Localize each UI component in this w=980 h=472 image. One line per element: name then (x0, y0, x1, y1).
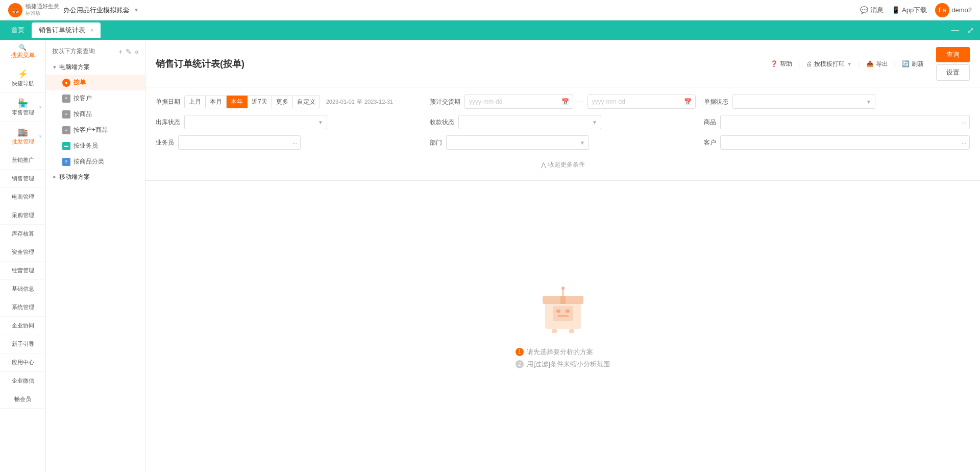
sidebar-item-marketing[interactable]: 营销推广 (0, 151, 45, 170)
message-icon: 💬 (860, 6, 868, 14)
shortcut-label: 快捷导航 (0, 80, 45, 87)
svg-point-8 (561, 287, 565, 290)
appstore-label: 应用中心 (0, 359, 45, 366)
svg-rect-6 (557, 315, 569, 317)
collapse-panel-icon[interactable]: « (135, 48, 139, 56)
scheme-item-by-product-cat[interactable]: ≡ 按商品分类 (46, 154, 145, 170)
tab-close-icon[interactable]: × (90, 27, 93, 33)
order-status-select[interactable] (732, 95, 875, 109)
date-btn-custom[interactable]: 自定义 (293, 96, 320, 108)
scheme-group-desktop-header[interactable]: ▼ 电脑端方案 (46, 60, 145, 75)
date-btn-7days[interactable]: 近7天 (248, 96, 272, 108)
customer-label: 客户 (704, 138, 716, 147)
member-label: 畅会员 (0, 395, 45, 403)
tab-home[interactable]: 首页 (4, 22, 32, 38)
user-info[interactable]: Ea demo2 (935, 3, 972, 17)
tab-maximize-icon[interactable]: ⤢ (965, 23, 976, 37)
sidebar-item-retail[interactable]: 🏪 零售管理 (0, 93, 45, 122)
collapse-label: 收起更多条件 (548, 160, 585, 169)
date-btn-this-year[interactable]: 本年 (227, 96, 248, 108)
expected-date-start-wrap: 📅 (464, 95, 573, 109)
edit-scheme-icon[interactable]: ✎ (126, 48, 132, 56)
salesperson-input[interactable] (178, 135, 301, 150)
collapse-bar[interactable]: ⋀ 收起更多条件 (156, 156, 970, 173)
calendar-end-icon[interactable]: 📅 (684, 98, 692, 105)
filter-date-btns: 上月 本月 本年 近7天 更多 自定义 (184, 96, 320, 108)
help-btn[interactable]: ❓ 帮助 (770, 60, 792, 68)
sidebar-item-ecom[interactable]: 电商管理 (0, 188, 45, 206)
date-btn-more[interactable]: 更多 (272, 96, 293, 108)
scheme-item-by-order[interactable]: ● 按单 (46, 75, 145, 90)
payment-status-select[interactable] (458, 115, 601, 129)
sidebar-item-shortcut[interactable]: ⚡ 快捷导航 (0, 64, 45, 93)
message-btn[interactable]: 💬 消息 (860, 6, 884, 15)
product-input[interactable] (720, 115, 970, 129)
sidebar-item-basic[interactable]: 基础信息 (0, 280, 45, 298)
empty-step-1: 1 请先选择要分析的方案 (516, 346, 610, 358)
svg-rect-10 (569, 329, 574, 333)
product-label: 商品 (704, 118, 716, 127)
sidebar-item-corp[interactable]: 企业协同 (0, 317, 45, 335)
sidebar-item-wholesale[interactable]: 🏬 批发管理 (0, 122, 45, 151)
breadcrumb-dropdown-icon[interactable]: ▼ (134, 7, 139, 13)
sidebar-item-appstore[interactable]: 应用中心 (0, 353, 45, 372)
scheme-by-order-label: 按单 (74, 78, 86, 87)
expected-date-end-input[interactable] (587, 95, 696, 109)
left-panel: 按以下方案查询 + ✎ « ▼ 电脑端方案 ● 按单 ≡ 按客户 (46, 40, 145, 472)
filter-product-group: 商品 ··· (704, 115, 970, 129)
breadcrumb-area[interactable]: 办公用品行业模拟账套 ▼ (63, 6, 139, 15)
print-arrow-icon[interactable]: ▼ (847, 61, 852, 67)
sidebar-item-operation[interactable]: 经营管理 (0, 262, 45, 280)
date-dash: — (577, 98, 583, 105)
shortcut-icon: ⚡ (0, 69, 45, 79)
sidebar-item-system[interactable]: 系统管理 (0, 298, 45, 317)
scheme-group-mobile: ▼ 移动端方案 (46, 170, 145, 184)
query-btn[interactable]: 查询 (936, 47, 970, 62)
customer-more-icon[interactable]: ··· (962, 139, 966, 147)
sidebar-item-member[interactable]: 畅会员 (0, 390, 45, 409)
set-btn[interactable]: 设置 (936, 64, 970, 81)
refresh-icon: 🔄 (902, 60, 910, 67)
logo-text: 畅捷通好生意 (26, 3, 59, 10)
scheme-item-by-product[interactable]: ≡ 按商品 (46, 106, 145, 122)
date-btn-this-month[interactable]: 本月 (206, 96, 227, 108)
wholesale-label: 批发管理 (0, 138, 45, 146)
date-range-start: 2023-01-01 (326, 99, 355, 105)
scheme-item-by-salesperson[interactable]: ▬ 按业务员 (46, 138, 145, 154)
sidebar-item-inventory[interactable]: 库存核算 (0, 225, 45, 243)
tab-minimize-icon[interactable]: — (949, 23, 961, 37)
scheme-by-product-label: 按商品 (74, 110, 92, 119)
svg-rect-3 (553, 306, 573, 321)
expected-date-start-input[interactable] (464, 95, 573, 109)
scheme-item-by-customer[interactable]: ≡ 按客户 (46, 90, 145, 106)
empty-illustration (535, 283, 591, 334)
ship-status-select[interactable] (184, 115, 327, 129)
sidebar-search[interactable]: 🔍 搜索菜单 (0, 40, 45, 64)
add-scheme-icon[interactable]: + (118, 48, 122, 56)
logo-sub: 标准版 (26, 10, 59, 17)
refresh-btn[interactable]: 🔄 刷新 (902, 60, 924, 68)
salesperson-more-icon[interactable]: ··· (292, 139, 297, 147)
date-range-sep: 至 (357, 98, 362, 106)
collapse-up-icon: ⋀ (541, 161, 546, 169)
empty-step-1-text: 请先选择要分析的方案 (527, 347, 593, 357)
export-btn[interactable]: 📤 导出 (866, 60, 888, 68)
sidebar-item-sales[interactable]: 销售管理 (0, 170, 45, 188)
product-more-icon[interactable]: ··· (962, 119, 966, 126)
sidebar-item-finance[interactable]: 资金管理 (0, 243, 45, 262)
date-btn-last-month[interactable]: 上月 (184, 96, 206, 108)
scheme-group-mobile-header[interactable]: ▼ 移动端方案 (46, 170, 145, 184)
sidebar-item-wechat[interactable]: 企业微信 (0, 372, 45, 390)
dept-select[interactable] (446, 135, 589, 150)
customer-input[interactable] (720, 135, 970, 150)
system-label: 系统管理 (0, 303, 45, 311)
sidebar-item-purchase[interactable]: 采购管理 (0, 206, 45, 225)
app-download-btn[interactable]: 📱 App下载 (892, 6, 927, 15)
content-area: 按以下方案查询 + ✎ « ▼ 电脑端方案 ● 按单 ≡ 按客户 (46, 40, 980, 472)
print-btn[interactable]: 🖨 按模板打印 ▼ (806, 60, 852, 68)
calendar-start-icon[interactable]: 📅 (561, 98, 569, 105)
sidebar-item-guide[interactable]: 新手引导 (0, 335, 45, 353)
retail-icon: 🏪 (0, 98, 45, 108)
scheme-item-by-cust-prod[interactable]: ≡ 按客户+商品 (46, 122, 145, 138)
tab-active[interactable]: 销售订单统计表 × (32, 22, 101, 38)
